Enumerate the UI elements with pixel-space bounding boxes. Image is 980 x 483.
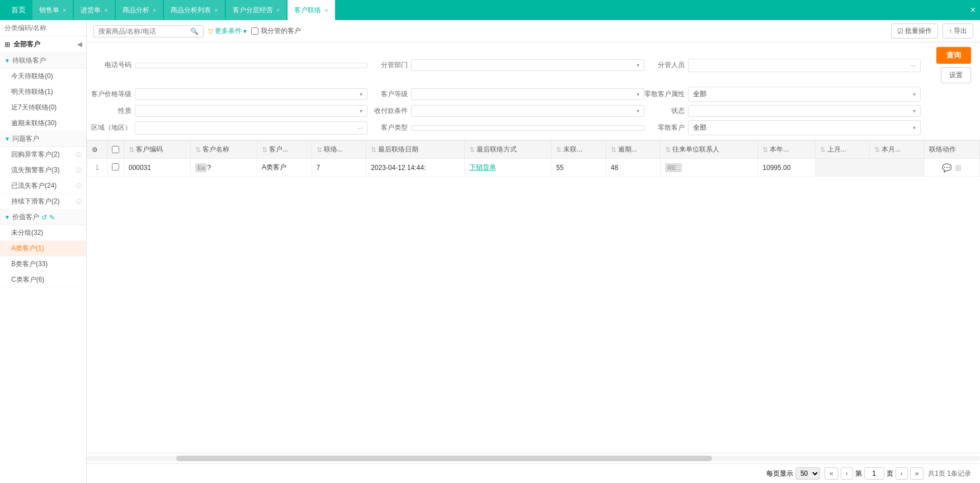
h-scrollbar-thumb[interactable] — [176, 456, 712, 461]
th-checkbox[interactable] — [107, 141, 124, 159]
advanced-filter: 电话号码 分管部门 ▾ 分管人员 ··· 查询 设置 — [87, 42, 980, 140]
next-page-btn[interactable]: › — [896, 467, 908, 480]
cell-last-date: 2023-04-12 14:44: — [366, 159, 465, 177]
nav-tab-purchase[interactable]: 进货单 × — [74, 0, 114, 20]
section-pending[interactable]: ▼ 待联络客户 — [0, 53, 86, 69]
collapse-icon[interactable]: ◀ — [77, 41, 82, 48]
section-problem[interactable]: ▼ 问题客户 — [0, 131, 86, 147]
sidebar-item-class-a[interactable]: A类客户(1) — [0, 241, 86, 257]
cell-contact-count: 7 — [312, 159, 366, 177]
sort-icon12: ⇅ — [874, 146, 880, 154]
sidebar-item-7days[interactable]: 近7天待联络(0) — [0, 100, 86, 116]
query-button[interactable]: 查询 — [936, 47, 971, 64]
top-nav: 首页 销售单 × 进货单 × 商品分析 × 商品分析列表 × 客户分层经营 × … — [0, 0, 980, 20]
nav-tab-analysis[interactable]: 商品分析 × — [116, 0, 163, 20]
edit-icon[interactable]: ✎ — [49, 214, 55, 221]
nav-tab-analysis-list[interactable]: 商品分析列表 × — [164, 0, 224, 20]
retail-customer-select[interactable]: 全部▾ — [688, 120, 921, 135]
sidebar-item-ungroup[interactable]: 未分组(32) — [0, 225, 86, 241]
close-contact-tab[interactable]: × — [324, 7, 328, 13]
region-input[interactable]: ··· — [135, 121, 368, 135]
sort-icon7: ⇅ — [556, 146, 562, 154]
nav-tab-segment[interactable]: 客户分层经营 × — [226, 0, 286, 20]
phone-input[interactable] — [135, 63, 368, 68]
select-all-checkbox[interactable] — [112, 146, 119, 153]
close-sales-tab[interactable]: × — [63, 7, 66, 13]
more-filters-btn[interactable]: ▽ 更多条件 ▾ — [208, 26, 247, 36]
first-page-btn[interactable]: « — [824, 467, 838, 480]
payment-select[interactable]: ▾ — [411, 105, 644, 117]
sidebar-item-churn-warning[interactable]: 流失预警客户(3) ⓘ — [0, 163, 86, 178]
refresh-icon[interactable]: ↺ — [41, 214, 47, 221]
sidebar-item-tomorrow[interactable]: 明天待联络(1) — [0, 84, 86, 100]
th-last-method: ⇅最后联络方式 — [464, 141, 552, 159]
sidebar-item-class-c[interactable]: C类客户(6) — [0, 272, 86, 288]
sidebar-item-repurchase[interactable]: 回购异常客户(2) ⓘ — [0, 147, 86, 163]
arrow-down-icon3: ▼ — [4, 214, 10, 220]
nav-home[interactable]: 首页 — [4, 5, 32, 15]
cell-last-method[interactable]: 下销货单 — [464, 159, 552, 177]
nav-tab-sales[interactable]: 销售单 × — [32, 0, 73, 20]
cell-last-month — [815, 159, 870, 177]
cell-checkbox[interactable] — [107, 159, 124, 177]
section-value[interactable]: ▼ 价值客户 ↺ ✎ — [0, 210, 86, 225]
sidebar-item-overdue[interactable]: 逾期未联络(30) — [0, 116, 86, 131]
data-table-area: ⚙ ⇅客户编码 ⇅客户名称 ⇅客户... — [87, 140, 980, 453]
table-row: 1 000031 Ea? A类客户 7 2023-04-12 14:44: 下销… — [87, 159, 980, 177]
cell-company-contact: RE . — [661, 159, 758, 177]
sort-icon: ⇅ — [129, 146, 134, 154]
th-settings[interactable]: ⚙ — [87, 141, 107, 159]
arrow-down-icon2: ▼ — [4, 136, 10, 142]
close-purchase-tab[interactable]: × — [104, 7, 107, 13]
customer-level-select[interactable]: ▾ — [411, 88, 644, 100]
close-analysis-list-tab[interactable]: × — [214, 7, 218, 13]
customer-type-input[interactable] — [411, 125, 644, 131]
sidebar-search-input[interactable] — [4, 24, 87, 32]
content-area: 🔍 ▽ 更多条件 ▾ 我分管的客户 ☑ 批量操作 ↑ 导出 — [87, 20, 980, 483]
label-payment: 收付款条件 — [368, 106, 408, 116]
info-icon-declining: ⓘ — [76, 198, 82, 206]
price-level-select[interactable]: ▾ — [135, 88, 368, 100]
chat-icon[interactable]: 💬 — [942, 163, 951, 172]
h-scrollbar[interactable] — [87, 456, 980, 461]
per-page-select[interactable]: 50 — [795, 467, 820, 480]
last-method-link[interactable]: 下销货单 — [469, 163, 496, 171]
prev-page-btn[interactable]: ‹ — [841, 467, 853, 480]
nature-select[interactable]: ▾ — [135, 105, 368, 117]
sidebar: 🔍 ⊞ 全部客户 ◀ ▼ 待联络客户 今天待联络(0) 明天待联络(1) 近7天… — [0, 20, 87, 483]
th-code: ⇅客户编码 — [124, 141, 191, 159]
row-checkbox[interactable] — [112, 163, 119, 171]
label-retail-attr: 零散客户属性 — [644, 89, 685, 99]
info-icon-churned: ⓘ — [76, 182, 82, 190]
th-last-month: ⇅上月... — [815, 141, 870, 159]
chevron-down-icon: ▾ — [243, 27, 247, 35]
close-segment-tab[interactable]: × — [276, 7, 280, 13]
search-input[interactable] — [98, 27, 188, 35]
cell-type: A类客户 — [257, 159, 312, 177]
last-page-btn[interactable]: » — [910, 467, 924, 480]
sort-icon5: ⇅ — [371, 146, 376, 154]
export-button[interactable]: ↑ 导出 — [943, 23, 973, 39]
settings-button[interactable]: 设置 — [941, 67, 971, 83]
close-analysis-tab[interactable]: × — [153, 7, 156, 13]
sidebar-item-class-b[interactable]: B类客户(33) — [0, 257, 86, 272]
sidebar-item-churned[interactable]: 已流失客户(24) ⓘ — [0, 178, 86, 194]
cell-row-actions: 💬 ⊞ — [924, 159, 979, 177]
page-number-input[interactable] — [864, 467, 884, 480]
label-dept: 分管部门 — [368, 60, 408, 70]
retail-attr-select[interactable]: 全部▾ — [688, 87, 921, 102]
sort-icon3: ⇅ — [262, 146, 267, 154]
link-icon[interactable]: ⊞ — [955, 163, 962, 172]
batch-ops-button[interactable]: ☑ 批量操作 — [891, 23, 938, 39]
dept-select[interactable]: ▾ — [411, 59, 644, 71]
manager-input[interactable]: ··· — [688, 59, 921, 72]
my-customers-checkbox[interactable] — [251, 27, 258, 35]
th-actions: 联络动作 — [924, 141, 979, 159]
cell-annual: 10995.00 — [758, 159, 815, 177]
sidebar-all-customers[interactable]: ⊞ 全部客户 ◀ — [0, 36, 86, 53]
sidebar-item-today[interactable]: 今天待联络(0) — [0, 69, 86, 84]
status-select[interactable]: ▾ — [688, 105, 921, 117]
sidebar-item-declining[interactable]: 持续下滑客户(2) ⓘ — [0, 194, 86, 210]
close-all-tabs[interactable]: × — [970, 5, 976, 15]
nav-tab-contact[interactable]: 客户联络 × — [288, 0, 334, 20]
